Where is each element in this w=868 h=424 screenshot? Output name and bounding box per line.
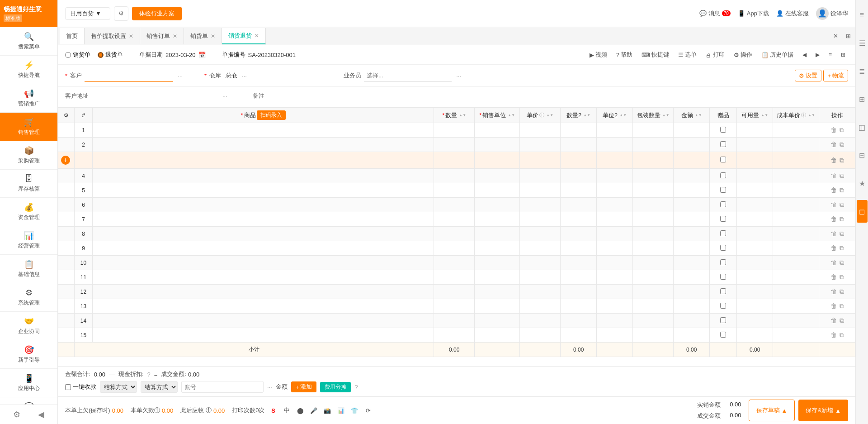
- next-button[interactable]: ▶: [813, 51, 822, 59]
- app-download-button[interactable]: 📱 App下载: [738, 10, 769, 18]
- copy-row-icon[interactable]: ⧉: [840, 157, 844, 164]
- gift-checkbox[interactable]: [720, 317, 726, 323]
- settings-action-button[interactable]: ⚙ 设置: [795, 70, 821, 81]
- right-panel-item-8[interactable]: ◻: [857, 200, 868, 223]
- sidebar-item-marketing[interactable]: 📢 营销推广: [0, 84, 57, 113]
- toolbar-icon-3[interactable]: ⬤: [294, 405, 306, 416]
- user-profile[interactable]: 👤 徐泽华: [816, 7, 848, 20]
- gift-checkbox[interactable]: [720, 274, 726, 280]
- sidebar-item-base[interactable]: 📋 基础信息: [0, 255, 57, 283]
- tab-sales-return[interactable]: 销货退货 ✕: [222, 28, 266, 44]
- sidebar-item-shortcuts[interactable]: ⚡ 快捷导航: [0, 56, 57, 84]
- close-tab-sales-order[interactable]: ✕: [173, 33, 177, 39]
- delete-row-icon[interactable]: 🗑: [830, 215, 837, 223]
- toolbar-icon-2[interactable]: 中: [281, 405, 292, 416]
- logistics-action-button[interactable]: + 物流: [823, 70, 848, 81]
- customer-picker-icon[interactable]: ···: [178, 72, 183, 79]
- video-button[interactable]: ▶ 视频: [587, 50, 610, 60]
- print-button[interactable]: 🖨 打印: [703, 50, 727, 60]
- toolbar-icon-6[interactable]: 📊: [335, 405, 347, 416]
- gift-checkbox[interactable]: [720, 172, 726, 178]
- gift-checkbox[interactable]: [720, 230, 726, 236]
- gift-cell[interactable]: [710, 152, 737, 169]
- tab-price-settings[interactable]: 售价提取设置 ✕: [85, 28, 140, 44]
- close-tab-sales-return[interactable]: ✕: [255, 33, 259, 39]
- pack-qty-sort-icon[interactable]: ▲▼: [662, 114, 670, 117]
- amount-cell[interactable]: [674, 138, 710, 152]
- available-cell[interactable]: [737, 138, 773, 152]
- account-dots-icon[interactable]: ···: [267, 384, 272, 391]
- amount-sort-icon[interactable]: ▲▼: [695, 114, 702, 117]
- unit2-cell[interactable]: [597, 152, 633, 169]
- pack-qty-cell[interactable]: [633, 123, 674, 138]
- unit-price-cell[interactable]: [520, 138, 561, 152]
- cost-price-cell[interactable]: [773, 123, 819, 138]
- delete-row-icon[interactable]: 🗑: [830, 186, 837, 194]
- tab-home[interactable]: 首页: [60, 28, 85, 44]
- sidebar-item-guide[interactable]: 🎯 新手引导: [0, 340, 57, 369]
- amount-cell[interactable]: [674, 152, 710, 169]
- calc-method-select[interactable]: 结算方式: [141, 381, 178, 393]
- copy-row-icon[interactable]: ⧉: [840, 331, 844, 339]
- available-sort-icon[interactable]: ▲▼: [761, 114, 768, 117]
- add-row-button[interactable]: +: [61, 156, 70, 165]
- gift-checkbox[interactable]: [720, 201, 726, 207]
- remark-input[interactable]: [267, 90, 448, 102]
- gift-checkbox[interactable]: [720, 216, 726, 222]
- prev-button[interactable]: ◀: [800, 51, 809, 59]
- scan-input-button[interactable]: 扫码录入: [257, 110, 286, 120]
- toolbar-icon-8[interactable]: ⟳: [362, 405, 374, 416]
- copy-row-icon[interactable]: ⧉: [840, 259, 844, 267]
- table-settings-col[interactable]: ⚙: [58, 108, 75, 123]
- copy-row-icon[interactable]: ⧉: [840, 141, 844, 148]
- right-panel-item-5[interactable]: ◫: [857, 116, 868, 138]
- copy-row-icon[interactable]: ⧉: [840, 302, 844, 310]
- add-expense-button[interactable]: + 添加: [291, 381, 317, 392]
- delete-row-icon[interactable]: 🗑: [830, 317, 837, 324]
- topbar-settings-button[interactable]: ⚙: [114, 6, 128, 21]
- qty-cell[interactable]: [434, 138, 475, 152]
- sidebar-settings-icon[interactable]: ⚙: [13, 410, 20, 419]
- toolbar-icon-7[interactable]: 👕: [349, 405, 360, 416]
- shortcut-button[interactable]: ⌨ 快捷键: [639, 50, 672, 60]
- product-cell[interactable]: [93, 138, 434, 152]
- tab-sales-delivery[interactable]: 销货单 ✕: [184, 28, 222, 44]
- radio-return-input[interactable]: [98, 52, 104, 58]
- delete-row-icon[interactable]: 🗑: [830, 201, 837, 209]
- gift-checkbox[interactable]: [720, 157, 726, 162]
- tab-sales-order[interactable]: 销售订单 ✕: [140, 28, 184, 44]
- unit2-cell[interactable]: [597, 123, 633, 138]
- toolbar-icon-4[interactable]: 🎤: [308, 405, 320, 416]
- gift-cell[interactable]: [710, 123, 737, 138]
- daily-goods-select[interactable]: 日用百货 ▼: [65, 7, 110, 20]
- gift-checkbox[interactable]: [720, 259, 726, 265]
- copy-row-icon[interactable]: ⧉: [840, 201, 844, 209]
- close-all-tabs-button[interactable]: ✕: [830, 31, 841, 42]
- delete-row-icon[interactable]: 🗑: [830, 230, 837, 238]
- right-panel-item-6[interactable]: ⊟: [857, 144, 868, 167]
- row-add-btn-cell[interactable]: +: [58, 152, 75, 169]
- delete-row-icon[interactable]: 🗑: [830, 126, 837, 134]
- gift-checkbox[interactable]: [720, 288, 726, 294]
- right-panel-item-2[interactable]: ☰: [857, 32, 868, 54]
- customer-input[interactable]: [85, 69, 173, 82]
- save-draft-button[interactable]: 保存草稿 ▲: [749, 400, 795, 421]
- right-panel-item-7[interactable]: ★: [857, 172, 868, 195]
- cost-price-cell[interactable]: [773, 138, 819, 152]
- toolbar-icon-5[interactable]: 📸: [321, 405, 333, 416]
- cost-price-info-icon[interactable]: ⓘ: [801, 112, 806, 119]
- cash-discount-help-icon[interactable]: ?: [147, 371, 151, 378]
- message-button[interactable]: 💬 消息 70: [699, 10, 731, 18]
- right-panel-item-4[interactable]: ⊞: [857, 88, 868, 110]
- sales-unit-cell[interactable]: [475, 138, 520, 152]
- delete-row-icon[interactable]: 🗑: [830, 302, 837, 310]
- staff-input[interactable]: [364, 69, 452, 82]
- product-input[interactable]: [95, 154, 431, 167]
- unit-price-cell[interactable]: [520, 152, 561, 169]
- sidebar-item-finance[interactable]: 💰 资金管理: [0, 198, 57, 226]
- one-click-pay-checkbox-label[interactable]: 一键收款: [65, 383, 96, 391]
- sidebar-item-purchase[interactable]: 📦 采购管理: [0, 141, 57, 170]
- account-num-input[interactable]: [181, 381, 264, 393]
- unit-price-cell[interactable]: [520, 123, 561, 138]
- copy-row-icon[interactable]: ⧉: [840, 317, 844, 324]
